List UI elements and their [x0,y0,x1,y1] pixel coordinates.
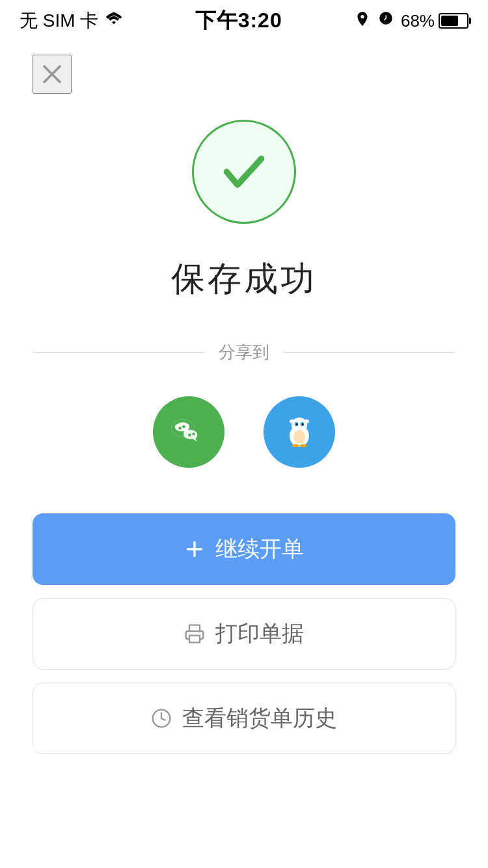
history-button[interactable]: 查看销货单历史 [33,683,455,754]
svg-point-16 [300,444,307,448]
print-button[interactable]: 打印单据 [33,598,455,670]
printer-icon [184,623,205,644]
wifi-icon [105,10,123,33]
status-time: 下午3:20 [195,7,282,35]
divider-right [282,352,455,353]
alarm-icon [377,10,394,32]
carrier-label: 无 SIM 卡 [20,8,98,33]
svg-point-15 [292,444,299,448]
status-bar: 无 SIM 卡 下午3:20 68% [0,0,488,42]
action-buttons: 继续开单 打印单据 查看销货单历史 [33,513,455,754]
success-circle [192,120,296,224]
svg-point-6 [188,433,191,437]
svg-point-12 [296,424,298,426]
battery-indicator: 68% [401,11,468,31]
status-right: 68% [354,10,468,32]
svg-point-7 [192,433,195,436]
status-left: 无 SIM 卡 [20,8,123,33]
location-icon [354,10,371,32]
svg-point-4 [178,427,182,430]
continue-order-label: 继续开单 [215,534,304,564]
svg-point-18 [305,420,310,424]
battery-percent: 68% [401,11,435,31]
share-label: 分享到 [219,341,269,364]
share-wechat-button[interactable] [153,396,224,468]
svg-point-13 [302,424,304,426]
history-label: 查看销货单历史 [182,703,337,733]
share-divider: 分享到 [33,341,455,364]
share-qq-button[interactable] [264,396,335,468]
continue-order-button[interactable]: 继续开单 [33,513,455,585]
plus-icon [184,539,205,560]
clock-icon [151,708,172,729]
print-label: 打印单据 [215,619,304,649]
svg-point-14 [293,430,305,444]
svg-point-17 [290,420,295,424]
success-title: 保存成功 [171,256,317,302]
svg-rect-21 [189,636,200,643]
svg-point-5 [182,426,185,429]
divider-left [33,352,206,353]
close-button[interactable] [33,55,72,94]
battery-icon [439,13,468,29]
share-buttons [153,396,335,468]
main-content: 保存成功 分享到 [0,42,488,793]
